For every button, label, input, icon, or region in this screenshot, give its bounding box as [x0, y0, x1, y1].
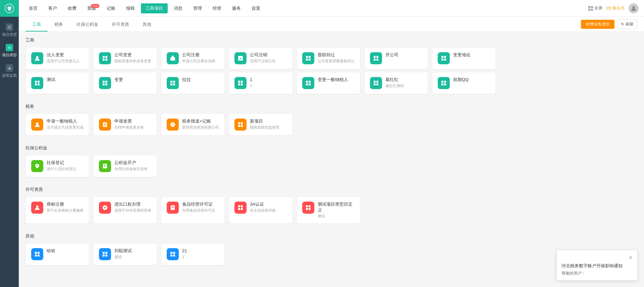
tab-xuke[interactable]: 许可资质: [105, 18, 136, 31]
card-sw4[interactable]: 新项目 报税加税控盘保管: [229, 114, 292, 136]
card-title-xk1: 商标注册: [47, 202, 84, 207]
card-sw1[interactable]: 申请一般纳税人 当月或次月成变更完成: [25, 114, 89, 136]
nav-invoice[interactable]: 票据 new: [83, 3, 101, 13]
card-xk1[interactable]: 商标注册 用于企业商标注册服务: [25, 197, 89, 224]
nav-billing[interactable]: 收费: [63, 3, 81, 13]
card-sw3[interactable]: 税务报道+记账 拿到营业执照的新公司: [161, 114, 225, 136]
main-wrapper: 首页 客户 收费 票据 new 记账 报税 工商项目 消息 管理 经营 服务 设…: [19, 0, 644, 287]
card-gs14[interactable]: 前期QQ: [432, 72, 496, 94]
notification-close-button[interactable]: ✕: [629, 254, 633, 261]
svg-rect-63: [241, 125, 243, 127]
new-type-button[interactable]: 新增业务类型: [581, 20, 614, 29]
card-title-sb2: 公积金开户: [114, 160, 148, 166]
nav-settings[interactable]: 设置: [247, 3, 265, 13]
card-desc-qt2: 测试: [114, 255, 132, 260]
svg-rect-48: [374, 83, 376, 85]
svg-rect-30: [103, 81, 105, 83]
nav-operation[interactable]: 经营: [208, 3, 226, 13]
card-gs6[interactable]: 开公司: [364, 47, 428, 69]
card-sb2[interactable]: 公积金开户 办理公积金相关业务: [93, 155, 157, 177]
fullscreen-button[interactable]: 全屏: [588, 5, 602, 11]
card-gs9[interactable]: 变更: [93, 72, 157, 94]
card-gs2[interactable]: 公司变更 股权变更外的业务变更: [93, 47, 157, 69]
card-icon-gs4: [234, 52, 247, 64]
card-gs4[interactable]: 公司注销 适用于注销公司: [229, 47, 292, 69]
card-title-gs3: 公司注册: [182, 52, 215, 58]
sidebar-item-progress[interactable]: ◈ 进度监测: [0, 61, 19, 81]
card-gs13[interactable]: 葛红红 葛红红测试: [364, 72, 428, 94]
card-desc-gs3: 申请公司注册全流程: [182, 59, 215, 64]
card-sb1[interactable]: 社保登记 进行人员社保登记: [25, 155, 89, 177]
sidebar-item-project-type[interactable]: ≡ 项目类型: [0, 41, 19, 61]
card-title-xk2: 进出口权办理: [114, 202, 151, 207]
refresh-button[interactable]: ↻ 刷新: [617, 19, 637, 29]
tab-shuiwu[interactable]: 税务: [48, 18, 70, 31]
card-gs7[interactable]: 变更地址: [432, 47, 496, 69]
card-icon-gs11: [234, 77, 247, 89]
tab-shebao[interactable]: 社保公积金: [70, 18, 105, 31]
card-desc-gs13: 葛红红测试: [385, 83, 404, 88]
card-title-gs6: 开公司: [385, 52, 398, 58]
nav-service[interactable]: 服务: [227, 3, 246, 13]
card-xk3[interactable]: 食品经营许可证 办理食品经营许可证: [161, 197, 225, 224]
svg-rect-78: [306, 208, 308, 210]
card-gs3[interactable]: 公司注册 申请公司注册全流程: [161, 47, 225, 69]
card-xk2[interactable]: 进出口权办理 适用于对外贸易经营者: [93, 197, 157, 224]
nav-right: 全屏 畅会员: [588, 3, 639, 13]
card-xk5[interactable]: 测试项目类型目定义 测试: [297, 197, 360, 224]
nav-customer[interactable]: 客户: [44, 3, 62, 13]
card-gs1[interactable]: 法人变更 适用于公司变更法人: [25, 47, 89, 69]
tab-gongshang[interactable]: 工商: [25, 18, 48, 31]
card-gs12[interactable]: 变更一般纳税人: [297, 72, 360, 94]
card-desc-gs4: 适用于注销公司: [250, 59, 276, 64]
svg-rect-42: [306, 81, 308, 83]
card-gs10[interactable]: 拉拉: [161, 72, 225, 94]
card-desc-gs2: 股权变更外的业务变更: [114, 59, 151, 64]
svg-rect-20: [374, 59, 376, 61]
section-title-shuiwu: 税务: [25, 103, 637, 110]
card-icon-gs3: [167, 52, 179, 64]
card-icon-sb1: [31, 160, 43, 172]
nav-tax[interactable]: 报税: [121, 3, 140, 13]
project-type-icon: ≡: [6, 44, 13, 51]
nav-bizproject[interactable]: 工商项目: [141, 3, 168, 13]
nav-accounting[interactable]: 记账: [102, 3, 120, 13]
card-qt1[interactable]: 哈哈: [25, 243, 89, 265]
nav-manage[interactable]: 管理: [189, 3, 207, 13]
svg-rect-26: [35, 81, 37, 83]
svg-rect-89: [173, 252, 175, 254]
nav-home[interactable]: 首页: [24, 3, 42, 13]
cards-grid-xuke: 商标注册 用于企业商标注册服务 进出口权办理 适用于对外贸易经营者: [25, 197, 637, 224]
card-xk4[interactable]: 3A认证 对企业信誉评级: [229, 197, 292, 224]
svg-rect-17: [309, 59, 311, 61]
sidebar-item-project-mgmt[interactable]: ⊞ 项目管理: [0, 20, 19, 41]
card-desc-xk1: 用于企业商标注册服务: [47, 208, 84, 213]
section-qita: 其他 哈哈: [19, 228, 644, 269]
tab-bar: 工商 税务 社保公积金 许可资质 其他: [25, 17, 574, 31]
card-title-sw3: 税务报道+记账: [182, 119, 219, 124]
card-qt3[interactable]: 21 1: [161, 243, 225, 265]
section-title-shebao: 社保公积金: [25, 145, 637, 151]
card-sw2[interactable]: 申请发票 办理申请发票业务: [93, 114, 157, 136]
nav-message[interactable]: 消息: [169, 3, 187, 13]
svg-rect-10: [103, 59, 105, 61]
svg-rect-87: [105, 255, 107, 257]
card-gs8[interactable]: 测试: [25, 72, 89, 94]
card-gs11[interactable]: 1 1: [229, 72, 292, 94]
card-qt2[interactable]: 刘聪测试 测试: [93, 243, 157, 265]
avatar[interactable]: [629, 3, 639, 13]
card-title-gs4: 公司注销: [250, 52, 276, 58]
section-title-xuke: 许可资质: [25, 187, 637, 193]
card-icon-qt1: [31, 248, 43, 260]
vip-button[interactable]: 畅会员: [606, 5, 625, 11]
card-gs5[interactable]: 股权转让 公司变更需要股权转让: [297, 47, 360, 69]
svg-point-67: [36, 206, 39, 208]
svg-rect-85: [105, 252, 107, 254]
svg-rect-9: [105, 56, 107, 58]
card-desc-gs11: 1: [250, 83, 252, 88]
tab-qita[interactable]: 其他: [136, 18, 158, 31]
svg-rect-47: [376, 81, 378, 83]
vip-icon: [606, 6, 611, 11]
svg-rect-27: [38, 81, 40, 83]
card-desc-xk2: 适用于对外贸易经营者: [114, 208, 151, 213]
